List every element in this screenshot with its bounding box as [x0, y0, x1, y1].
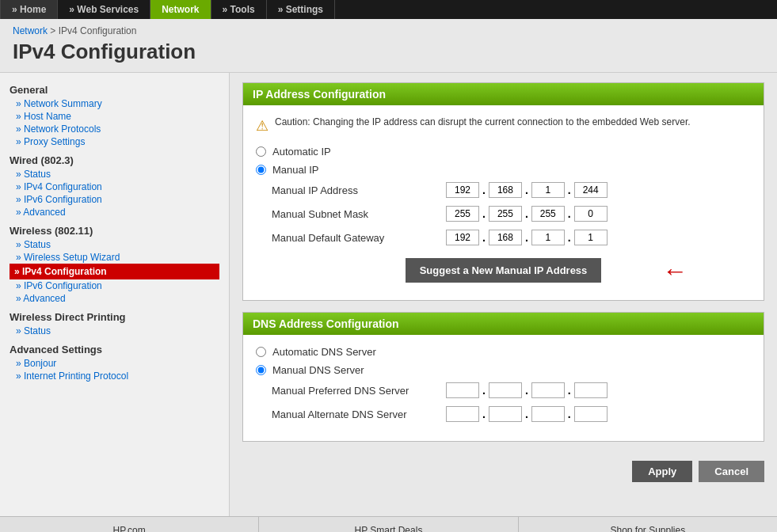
preferred-dns-label: Manual Preferred DNS Server: [272, 385, 446, 397]
nav-network[interactable]: Network: [150, 0, 211, 19]
ip-octet-4[interactable]: [574, 182, 608, 198]
manual-subnet-inputs: . . .: [446, 206, 608, 222]
suggest-ip-button[interactable]: Suggest a New Manual IP Address: [406, 258, 602, 283]
sidebar-item-wireless-ipv4[interactable]: » IPv4 Configuration: [10, 264, 219, 279]
sidebar-section-wireless-direct: Wireless Direct Printing » Status: [0, 311, 229, 337]
manual-gateway-label: Manual Default Gateway: [272, 232, 446, 244]
action-row: Apply Cancel: [242, 453, 764, 485]
subnet-octet-3[interactable]: [531, 206, 565, 222]
gateway-octet-4[interactable]: [574, 230, 608, 245]
sidebar-item-bonjour[interactable]: » Bonjour: [10, 357, 219, 370]
sidebar-item-wireless-status[interactable]: » Status: [10, 238, 219, 251]
subnet-octet-4[interactable]: [574, 206, 608, 222]
sidebar-item-wireless-direct-status[interactable]: » Status: [10, 325, 219, 337]
nav-home[interactable]: » Home: [0, 0, 58, 19]
manual-dns-radio[interactable]: [256, 365, 266, 375]
alternate-dns-octet-4[interactable]: [574, 406, 608, 422]
main-layout: General » Network Summary » Host Name » …: [0, 73, 777, 516]
footer-hp-smart-deals[interactable]: HP Smart Deals: [259, 517, 518, 532]
ip-octet-2[interactable]: [489, 182, 522, 198]
dns-address-section: DNS Address Configuration Automatic DNS …: [242, 312, 764, 442]
breadcrumb-current: IPv4 Configuration: [59, 25, 137, 36]
sidebar: General » Network Summary » Host Name » …: [0, 73, 230, 516]
sidebar-item-network-protocols[interactable]: » Network Protocols: [10, 123, 219, 135]
sidebar-item-wired-ipv4[interactable]: » IPv4 Configuration: [10, 180, 219, 193]
alternate-dns-octet-2[interactable]: [489, 406, 522, 422]
main-content: IP Address Configuration ⚠ Caution: Chan…: [230, 73, 777, 516]
manual-ip-address-inputs: . . .: [446, 182, 608, 198]
dns-section-body: Automatic DNS Server Manual DNS Server M…: [243, 335, 764, 441]
alternate-dns-inputs: . . .: [446, 406, 608, 422]
sidebar-item-ipp[interactable]: » Internet Printing Protocol: [10, 370, 219, 382]
manual-ip-label[interactable]: Manual IP: [272, 164, 319, 176]
sidebar-item-proxy-settings[interactable]: » Proxy Settings: [10, 135, 219, 148]
manual-subnet-label: Manual Subnet Mask: [272, 208, 446, 220]
nav-webservices[interactable]: » Web Services: [58, 0, 150, 19]
sidebar-item-network-summary[interactable]: » Network Summary: [10, 97, 219, 110]
manual-gateway-row: Manual Default Gateway . . .: [256, 230, 751, 245]
sidebar-item-wired-status[interactable]: » Status: [10, 168, 219, 180]
sidebar-section-wired: Wired (802.3) » Status » IPv4 Configurat…: [0, 154, 229, 218]
preferred-dns-octet-1[interactable]: [446, 382, 479, 398]
breadcrumb-parent[interactable]: Network: [13, 25, 48, 36]
preferred-dns-octet-2[interactable]: [489, 382, 522, 398]
sidebar-section-general: General » Network Summary » Host Name » …: [0, 84, 229, 148]
footer-navigation: HP.com HP Smart Deals Shop for Supplies: [0, 516, 777, 532]
red-arrow-icon: ←: [662, 256, 687, 285]
ip-section-body: ⚠ Caution: Changing the IP address can d…: [243, 105, 764, 300]
manual-ip-row: Manual IP: [256, 164, 751, 176]
auto-dns-radio[interactable]: [256, 347, 266, 357]
gateway-octet-1[interactable]: [446, 230, 479, 245]
sidebar-item-wireless-ipv6[interactable]: » IPv6 Configuration: [10, 279, 219, 292]
manual-ip-radio[interactable]: [256, 165, 266, 175]
sidebar-section-wireless: Wireless (802.11) » Status » Wireless Se…: [0, 225, 229, 305]
alternate-dns-octet-1[interactable]: [446, 406, 479, 422]
sidebar-item-wireless-setup[interactable]: » Wireless Setup Wizard: [10, 251, 219, 264]
dns-section-header: DNS Address Configuration: [243, 313, 764, 335]
subnet-octet-2[interactable]: [489, 206, 522, 222]
ip-address-section: IP Address Configuration ⚠ Caution: Chan…: [242, 82, 764, 301]
ip-octet-1[interactable]: [446, 182, 479, 198]
sidebar-title-wireless: Wireless (802.11): [10, 225, 219, 237]
nav-settings[interactable]: » Settings: [267, 0, 335, 19]
automatic-ip-label[interactable]: Automatic IP: [272, 146, 331, 158]
warning-box: ⚠ Caution: Changing the IP address can d…: [256, 116, 751, 135]
manual-dns-label[interactable]: Manual DNS Server: [272, 364, 364, 376]
apply-button[interactable]: Apply: [632, 461, 692, 482]
sidebar-title-general: General: [10, 84, 219, 96]
footer-shop-supplies[interactable]: Shop for Supplies: [519, 517, 777, 532]
sidebar-item-wired-ipv6[interactable]: » IPv6 Configuration: [10, 193, 219, 206]
manual-gateway-inputs: . . .: [446, 230, 608, 245]
sidebar-title-advanced: Advanced Settings: [10, 344, 219, 355]
sidebar-item-wired-advanced[interactable]: » Advanced: [10, 206, 219, 218]
warning-icon: ⚠: [256, 117, 269, 135]
nav-tools[interactable]: » Tools: [211, 0, 267, 19]
sidebar-item-wireless-advanced[interactable]: » Advanced: [10, 292, 219, 305]
automatic-ip-row: Automatic IP: [256, 146, 751, 158]
cancel-button[interactable]: Cancel: [699, 461, 764, 482]
auto-dns-label[interactable]: Automatic DNS Server: [272, 346, 376, 358]
manual-ip-address-label: Manual IP Address: [272, 184, 446, 196]
alternate-dns-label: Manual Alternate DNS Server: [272, 408, 446, 420]
automatic-ip-radio[interactable]: [256, 146, 266, 157]
subnet-octet-1[interactable]: [446, 206, 479, 222]
ip-octet-3[interactable]: [531, 182, 565, 198]
footer-hp-com[interactable]: HP.com: [0, 517, 259, 532]
top-navigation: » Home » Web Services Network » Tools » …: [0, 0, 777, 19]
preferred-dns-inputs: . . .: [446, 382, 608, 398]
breadcrumb: Network > IPv4 Configuration: [13, 25, 764, 36]
alternate-dns-octet-3[interactable]: [531, 406, 565, 422]
sidebar-title-wireless-direct: Wireless Direct Printing: [10, 311, 219, 323]
manual-subnet-row: Manual Subnet Mask . . .: [256, 206, 751, 222]
ip-section-header: IP Address Configuration: [243, 83, 764, 105]
sidebar-section-advanced: Advanced Settings » Bonjour » Internet P…: [0, 344, 229, 382]
preferred-dns-row: Manual Preferred DNS Server . . .: [256, 382, 751, 398]
gateway-octet-2[interactable]: [489, 230, 522, 245]
preferred-dns-octet-4[interactable]: [574, 382, 608, 398]
gateway-octet-3[interactable]: [531, 230, 565, 245]
manual-ip-address-row: Manual IP Address . . .: [256, 182, 751, 198]
title-area: Network > IPv4 Configuration IPv4 Config…: [0, 19, 777, 73]
sidebar-title-wired: Wired (802.3): [10, 154, 219, 166]
preferred-dns-octet-3[interactable]: [531, 382, 565, 398]
sidebar-item-host-name[interactable]: » Host Name: [10, 110, 219, 123]
